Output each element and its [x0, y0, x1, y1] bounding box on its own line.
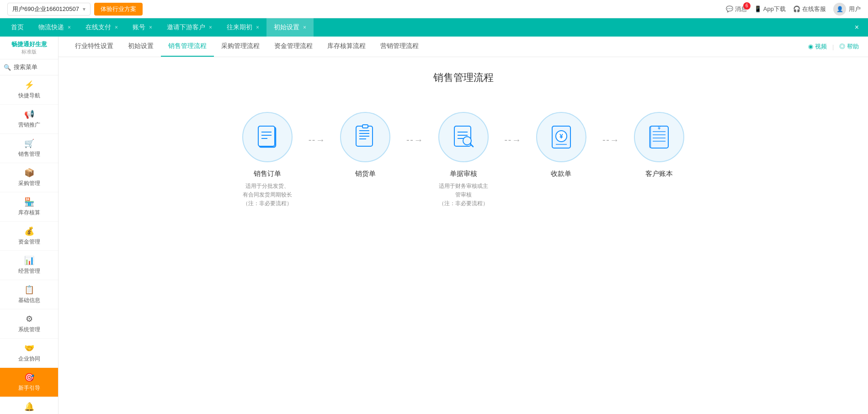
tab-home[interactable]: 首页 — [4, 18, 31, 37]
sidebar-item-sales[interactable]: 🛒 销售管理 — [0, 134, 58, 163]
message-icon: 💬 — [726, 5, 733, 12]
audit-icon — [451, 124, 476, 150]
ledger-icon: ¥ — [646, 124, 672, 150]
app-download-label: App下载 — [763, 5, 786, 13]
top-bar-right: 💬 消息 6 📱 App下载 🎧 在线客服 👤 用户 — [726, 3, 861, 16]
svg-text:¥: ¥ — [657, 125, 661, 131]
nav-tabs: 首页 物流快递 × 在线支付 × 账号 × 邀请下游客户 × 往来期初 × 初始… — [0, 18, 868, 37]
flow-circle-audit[interactable] — [438, 112, 489, 162]
arrow-3: - - → — [505, 112, 520, 145]
sub-nav-marketing-flow[interactable]: 营销管理流程 — [373, 37, 426, 57]
search-label: 搜索菜单 — [14, 63, 37, 71]
online-service-button[interactable]: 🎧 在线客服 — [793, 5, 826, 13]
close-icon[interactable]: × — [256, 24, 259, 31]
sales-icon: 🛒 — [24, 138, 34, 149]
sidebar-item-appcenter[interactable]: 🔔 应用中心 — [0, 397, 58, 414]
tab-invite[interactable]: 邀请下游客户 × — [160, 18, 219, 37]
flow-circle-ledger[interactable]: ¥ — [634, 112, 684, 162]
user-area[interactable]: 👤 用户 — [833, 3, 861, 16]
sidebar-item-enterprise[interactable]: 🤝 企业协同 — [0, 339, 58, 368]
arrow-1: - - → — [309, 112, 324, 145]
close-icon[interactable]: × — [303, 24, 306, 31]
close-all-tabs[interactable]: × — [849, 23, 864, 32]
top-bar-left: 用户690企业1660120507 ▾ 体验行业方案 — [7, 3, 143, 16]
sidebar-item-purchase[interactable]: 📦 采购管理 — [0, 163, 58, 192]
sidebar-item-system[interactable]: ⚙ 系统管理 — [0, 309, 58, 339]
svg-rect-30 — [649, 126, 651, 148]
sidebar-item-quick[interactable]: ⚡ 快捷导航 — [0, 75, 58, 105]
sub-nav-finance-flow[interactable]: 资金管理流程 — [267, 37, 320, 57]
close-icon[interactable]: × — [209, 24, 212, 31]
sidebar-item-inventory[interactable]: 🏪 库存核算 — [0, 192, 58, 222]
flow-step-delivery: 销货单 — [324, 112, 406, 182]
flow-circle-delivery[interactable] — [340, 112, 390, 162]
system-icon: ⚙ — [26, 314, 33, 324]
sidebar-item-operations[interactable]: 📊 经营管理 — [0, 251, 58, 280]
flow-label-sales-order: 销售订单 — [254, 170, 281, 178]
sidebar: 畅捷通好生意 标准版 🔍 搜索菜单 ⚡ 快捷导航 📢 营销推广 🛒 销售管理 📦… — [0, 37, 59, 414]
sub-nav-sales-flow[interactable]: 销售管理流程 — [161, 37, 214, 57]
user-label: 用户 — [849, 5, 861, 13]
logo-sub: 标准版 — [21, 48, 37, 55]
finance-icon: 💰 — [24, 226, 34, 236]
video-button[interactable]: ◉ 视频 — [808, 42, 827, 51]
sales-order-icon — [255, 124, 280, 150]
company-selector[interactable]: 用户690企业1660120507 ▾ — [7, 3, 91, 16]
tab-init[interactable]: 初始设置 × — [266, 18, 314, 37]
sidebar-item-newbie[interactable]: 🎯 新手引导 — [0, 368, 58, 397]
tab-payment[interactable]: 在线支付 × — [78, 18, 125, 37]
search-icon: 🔍 — [4, 64, 11, 71]
flow-label-ledger: 客户账本 — [645, 170, 673, 178]
main-layout: 畅捷通好生意 标准版 🔍 搜索菜单 ⚡ 快捷导航 📢 营销推广 🛒 销售管理 📦… — [0, 37, 868, 414]
flow-desc-audit: 适用于财务审核或主管审核（注：非必要流程） — [439, 182, 488, 208]
sub-nav-industry[interactable]: 行业特性设置 — [68, 37, 121, 57]
purchase-icon: 📦 — [24, 168, 34, 178]
sidebar-item-finance[interactable]: 💰 资金管理 — [0, 222, 58, 251]
operations-icon: 📊 — [24, 255, 34, 265]
logo-area: 畅捷通好生意 标准版 — [0, 37, 58, 59]
inventory-icon: 🏪 — [24, 197, 34, 207]
app-download-button[interactable]: 📱 App下载 — [754, 5, 786, 13]
tab-account[interactable]: 账号 × — [125, 18, 160, 37]
flow-label-audit: 单据审核 — [450, 170, 477, 178]
basic-icon: 📋 — [24, 285, 34, 295]
help-button[interactable]: ◎ 帮助 — [839, 42, 859, 51]
receipt-icon: ¥ — [548, 124, 574, 150]
close-icon[interactable]: × — [149, 24, 152, 31]
message-button[interactable]: 💬 消息 6 — [726, 5, 747, 13]
tab-logistics[interactable]: 物流快递 × — [31, 18, 78, 37]
message-badge: 6 — [743, 2, 751, 10]
sidebar-search[interactable]: 🔍 搜索菜单 — [0, 59, 58, 75]
enterprise-icon: 🤝 — [24, 343, 34, 353]
top-bar: 用户690企业1660120507 ▾ 体验行业方案 💬 消息 6 📱 App下… — [0, 0, 868, 18]
download-icon: 📱 — [754, 5, 761, 12]
logo-text: 畅捷通好生意 — [11, 40, 47, 48]
sub-nav: 行业特性设置 初始设置 销售管理流程 采购管理流程 资金管理流程 库存核算流程 … — [59, 37, 868, 57]
flow-step-audit: 单据审核 适用于财务审核或主管审核（注：非必要流程） — [422, 112, 505, 208]
svg-rect-13 — [362, 125, 368, 128]
flow-desc-sales-order: 适用于分批发货、有合同发货周期较长（注：非必要流程） — [243, 182, 292, 208]
sub-nav-inventory-flow[interactable]: 库存核算流程 — [320, 37, 373, 57]
sub-nav-init[interactable]: 初始设置 — [121, 37, 161, 57]
main-content: 行业特性设置 初始设置 销售管理流程 采购管理流程 资金管理流程 库存核算流程 … — [59, 37, 868, 414]
close-icon[interactable]: × — [115, 24, 118, 31]
flow-step-ledger: ¥ 客户账本 — [618, 112, 700, 182]
newbie-icon: 🎯 — [24, 372, 34, 382]
flow-step-sales-order: 销售订单 适用于分批发货、有合同发货周期较长（注：非必要流程） — [226, 112, 309, 208]
content-area: 销售管理流程 — [59, 57, 868, 414]
tab-past[interactable]: 往来期初 × — [219, 18, 266, 37]
sub-nav-right: ◉ 视频 | ◎ 帮助 — [808, 42, 859, 51]
sub-nav-purchase-flow[interactable]: 采购管理流程 — [214, 37, 267, 57]
flow-circle-sales-order[interactable] — [242, 112, 293, 162]
trial-button[interactable]: 体验行业方案 — [94, 3, 143, 16]
sidebar-item-basic[interactable]: 📋 基础信息 — [0, 280, 58, 309]
arrow-4: - - → — [602, 112, 618, 145]
close-icon[interactable]: × — [68, 24, 71, 31]
company-name: 用户690企业1660120507 — [12, 5, 79, 13]
avatar: 👤 — [833, 3, 846, 16]
flow-circle-receipt[interactable]: ¥ — [536, 112, 586, 162]
appcenter-icon: 🔔 — [24, 402, 34, 412]
headset-icon: 🎧 — [793, 5, 800, 12]
sidebar-item-marketing[interactable]: 📢 营销推广 — [0, 105, 58, 134]
page-title: 销售管理流程 — [433, 71, 494, 85]
